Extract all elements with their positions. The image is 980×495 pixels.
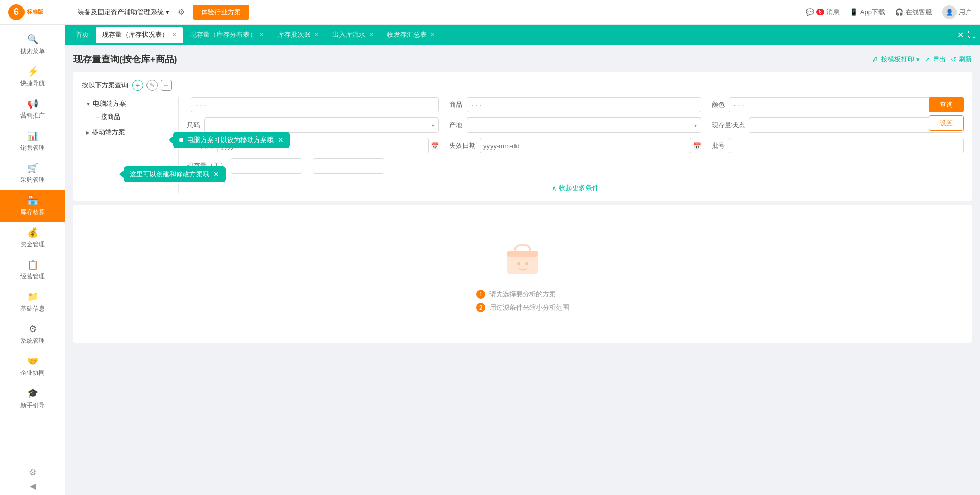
sidebar-item-label: 系统管理 — [20, 337, 45, 345]
message-icon: 💬 — [806, 8, 814, 16]
system-select[interactable]: 装备及固定资产辅助管理系统 ▾ — [78, 8, 169, 17]
size-select[interactable]: ▾ — [204, 117, 439, 133]
batch-no-input[interactable] — [729, 138, 964, 153]
tab-label: 现存量（库存状况表） — [102, 30, 168, 39]
dropdown-arrow-icon: ▾ — [694, 123, 697, 128]
system-icon: ⚙ — [29, 323, 37, 335]
sidebar-item-system[interactable]: ⚙ 系统管理 — [0, 318, 65, 350]
sidebar-settings-icon[interactable]: ⚙ — [29, 467, 36, 477]
message-button[interactable]: 💬 6 消息 — [806, 8, 840, 17]
exp-date-start[interactable] — [480, 138, 691, 153]
sidebar: 🔍 搜索菜单 ⚡ 快捷导航 📢 营销推广 📊 销售管理 🛒 采购管理 — [0, 25, 65, 495]
popover-dot — [179, 138, 183, 142]
user-area[interactable]: 👤 用户 — [942, 5, 972, 19]
sidebar-item-purchase[interactable]: 🛒 采购管理 — [0, 157, 65, 190]
search-icon: 🔍 — [27, 34, 38, 45]
print-button[interactable]: 🖨 按模板打印 ▾ — [872, 55, 920, 64]
tab-label: 出入库流水 — [332, 30, 365, 39]
sidebar-item-finance[interactable]: 💰 资金管理 — [0, 222, 65, 254]
online-support-label: 在线客服 — [905, 8, 932, 17]
color-select[interactable]: ··· ▾ — [729, 97, 964, 112]
refresh-icon: ↺ — [951, 56, 957, 63]
scheme-desktop-item[interactable]: ├ 接商品 — [82, 110, 174, 124]
sidebar-collapse-icon[interactable]: ◀ — [30, 481, 36, 491]
sidebar-item-label: 库存核算 — [20, 208, 45, 217]
origin-select[interactable]: ▾ — [467, 117, 701, 133]
refresh-label: 刷新 — [959, 55, 972, 64]
triangle-right-icon: ▶ — [86, 130, 90, 135]
sidebar-item-enterprise[interactable]: 🤝 企业协同 — [0, 350, 65, 383]
scheme-desktop[interactable]: ▼ 电脑端方案 — [82, 97, 174, 110]
sidebar-item-label: 搜索菜单 — [20, 47, 45, 56]
tab-inout-flow[interactable]: 出入库流水 ✕ — [326, 27, 380, 43]
reset-button[interactable]: 设置 — [929, 115, 964, 131]
app-download-button[interactable]: 📱 App下载 — [850, 8, 885, 17]
sidebar-item-marketing[interactable]: 📢 营销推广 — [0, 93, 65, 125]
search-buttons: 查询 设置 — [929, 97, 964, 131]
tab-inventory-batch[interactable]: 库存批次账 ✕ — [272, 27, 325, 43]
svg-rect-1 — [507, 251, 538, 257]
fullscreen-icon[interactable]: ⛶ — [968, 30, 976, 39]
top-bar-left: 6 标准版 装备及固定资产辅助管理系统 ▾ ⚙ 体验行业方案 — [8, 4, 249, 20]
sidebar-item-search-menu[interactable]: 🔍 搜索菜单 — [0, 29, 65, 61]
size-field: 尺码 ▾ — [187, 117, 439, 133]
calendar-icon: 📅 — [693, 142, 701, 150]
sidebar-item-sales[interactable]: 📊 销售管理 — [0, 125, 65, 157]
tab-close-icon[interactable]: ✕ — [430, 31, 435, 38]
sidebar-item-label: 经营管理 — [20, 272, 45, 281]
enterprise-icon: 🤝 — [27, 356, 38, 367]
tab-home[interactable]: 首页 — [69, 27, 95, 43]
chevron-up-icon: ∧ — [552, 184, 557, 192]
app-container: 6 标准版 装备及固定资产辅助管理系统 ▾ ⚙ 体验行业方案 💬 6 消息 — [0, 0, 980, 495]
tab-inventory-status[interactable]: 现存量（库存状况表） ✕ — [96, 27, 183, 43]
warehouse-select[interactable]: ··· — [191, 97, 439, 112]
tab-close-icon[interactable]: ✕ — [259, 31, 264, 38]
tab-close-icon[interactable]: ✕ — [369, 31, 374, 38]
scheme-popover: 电脑方案可以设为移动方案哦 ✕ — [173, 132, 290, 148]
collapse-label: 收起更多条件 — [559, 183, 599, 193]
sidebar-item-label: 快捷导航 — [20, 79, 45, 88]
industry-button[interactable]: 体验行业方案 — [193, 5, 249, 20]
filter-add-button[interactable]: + — [132, 80, 143, 91]
filter-section: 按以下方案查询 + ✎ ← — [74, 72, 972, 201]
settings-icon[interactable]: ⚙ — [178, 7, 185, 17]
page-content: 现存量查询(按仓库+商品) 🖨 按模板打印 ▾ ↗ 导出 ↺ — [65, 45, 980, 495]
sidebar-item-quick-nav[interactable]: ⚡ 快捷导航 — [0, 61, 65, 93]
collapse-button[interactable]: ∧ 收起更多条件 — [552, 183, 599, 193]
sidebar-item-newbie[interactable]: 🎓 新手引导 — [0, 383, 65, 415]
stock-qty-min[interactable] — [231, 158, 302, 174]
scheme-mobile[interactable]: ▶ 移动端方案 — [82, 126, 174, 139]
stock-qty-max[interactable] — [313, 158, 384, 174]
refresh-button[interactable]: ↺ 刷新 — [951, 55, 972, 64]
close-all-tabs-icon[interactable]: ✕ — [957, 30, 964, 40]
tab-collect-summary[interactable]: 收发存汇总表 ✕ — [381, 27, 441, 43]
inventory-icon: 🏪 — [27, 195, 38, 206]
sidebar-item-label: 基础信息 — [20, 304, 45, 313]
marketing-icon: 📢 — [27, 98, 38, 109]
tab-inventory-dist[interactable]: 现存量（库存分布表） ✕ — [184, 27, 271, 43]
page-title: 现存量查询(按仓库+商品) — [74, 53, 177, 65]
sidebar-item-inventory[interactable]: 🏪 库存核算 — [0, 190, 65, 222]
search-button[interactable]: 查询 — [929, 97, 964, 112]
export-button[interactable]: ↗ 导出 — [925, 55, 946, 64]
goods-select[interactable]: ··· — [467, 97, 701, 112]
stock-qty-range: — — [231, 158, 394, 174]
basic-info-icon: 📁 — [27, 291, 38, 302]
chevron-down-icon: ▾ — [916, 56, 920, 63]
stock-status-label: 现存量状态 — [712, 121, 745, 130]
sales-icon: 📊 — [27, 130, 38, 142]
online-support-button[interactable]: 🎧 在线客服 — [895, 8, 932, 17]
scheme-mobile-label: 移动端方案 — [92, 128, 125, 137]
filter-edit-button[interactable]: ✎ — [146, 80, 158, 91]
sidebar-item-ops[interactable]: 📋 经营管理 — [0, 254, 65, 286]
filter-actions: + ✎ ← — [132, 80, 172, 91]
filter-arrow-button[interactable]: ← — [161, 80, 172, 91]
sidebar-item-basic-info[interactable]: 📁 基础信息 — [0, 286, 65, 318]
popover-arrow — [119, 171, 124, 178]
create-scheme-popover-close[interactable]: ✕ — [213, 170, 219, 178]
tab-close-icon[interactable]: ✕ — [172, 31, 177, 38]
scheme-popover-close[interactable]: ✕ — [278, 136, 284, 144]
avatar: 👤 — [942, 5, 957, 19]
tab-close-icon[interactable]: ✕ — [314, 31, 319, 38]
more-dots: ··· — [471, 100, 483, 110]
